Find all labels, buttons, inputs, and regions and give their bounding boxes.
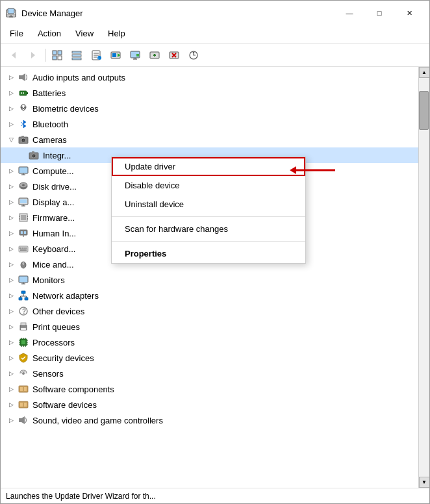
update-driver-toolbar-button[interactable] <box>107 47 125 64</box>
monitors-label: Monitors <box>32 275 65 285</box>
software-devices-icon <box>18 399 29 410</box>
properties-button[interactable]: i <box>87 47 105 64</box>
svg-rect-68 <box>21 231 23 234</box>
expand-software-devices[interactable]: ▷ <box>6 399 16 410</box>
svg-rect-69 <box>24 231 26 234</box>
scan-button[interactable] <box>184 47 203 64</box>
tree-item-print[interactable]: ▷ Print queues <box>1 319 418 334</box>
display-label: Display a... <box>32 197 74 207</box>
scrollbar[interactable]: ▲ ▼ <box>418 67 429 488</box>
tree-item-audio[interactable]: ▷ Audio inputs and outputs <box>1 69 418 85</box>
menu-action[interactable]: Action <box>31 26 68 41</box>
disk-label: Disk drive... <box>32 182 77 192</box>
ctx-update-driver[interactable]: Update driver <box>112 157 305 176</box>
expand-monitors[interactable]: ▷ <box>6 275 16 285</box>
svg-rect-75 <box>25 247 27 249</box>
security-label: Security devices <box>32 353 94 363</box>
print-label: Print queues <box>32 322 80 332</box>
tree-item-batteries[interactable]: ▷ Batteries <box>1 85 418 101</box>
svg-rect-35 <box>19 75 22 79</box>
tree-item-network[interactable]: ▷ Network adapters <box>1 288 418 303</box>
menu-view[interactable]: View <box>69 26 100 41</box>
integral-label: Integr... <box>43 151 71 160</box>
expand-human[interactable]: ▷ <box>6 228 16 238</box>
expand-computer[interactable]: ▷ <box>6 166 16 176</box>
svg-rect-116 <box>19 418 21 422</box>
bluetooth-icon <box>18 118 29 130</box>
menu-file[interactable]: File <box>3 26 30 41</box>
ctx-disable-device[interactable]: Disable device <box>112 176 305 195</box>
svg-marker-26 <box>136 54 139 57</box>
audio-icon <box>18 71 29 83</box>
expand-display[interactable]: ▷ <box>6 197 16 207</box>
tree-item-cameras[interactable]: ▽ Cameras <box>1 132 418 147</box>
expand-print[interactable]: ▷ <box>6 321 16 332</box>
mice-icon <box>18 258 29 270</box>
expand-disk[interactable]: ▷ <box>6 181 16 192</box>
device-manager-window: Device Manager — □ ✕ File Action View He… <box>0 0 430 504</box>
expand-security[interactable]: ▷ <box>6 353 16 363</box>
expand-network[interactable]: ▷ <box>6 290 16 301</box>
monitors-icon <box>18 274 29 286</box>
ctx-properties[interactable]: Properties <box>112 244 305 263</box>
expand-sound[interactable]: ▷ <box>6 415 16 425</box>
cameras-icon <box>18 134 29 145</box>
tree-item-processors[interactable]: ▷ <box>1 334 418 350</box>
expand-audio[interactable]: ▷ <box>6 72 16 82</box>
svg-rect-96 <box>21 340 25 344</box>
tree-item-software-components[interactable]: ▷ Software components <box>1 381 418 397</box>
tree-item-security[interactable]: ▷ Security devices <box>1 350 418 366</box>
expand-biometric[interactable]: ▷ <box>6 103 16 114</box>
svg-rect-11 <box>72 51 81 53</box>
tree-item-bluetooth[interactable]: ▷ Bluetooth <box>1 116 418 132</box>
expand-integral[interactable] <box>16 150 27 160</box>
ctx-uninstall-device[interactable]: Uninstall device <box>112 195 305 214</box>
scroll-up[interactable]: ▲ <box>419 67 430 78</box>
list-button[interactable] <box>68 47 86 64</box>
svg-rect-7 <box>53 51 57 55</box>
tree-item-biometric[interactable]: ▷ Biometric devices <box>1 101 418 116</box>
maximize-button[interactable]: □ <box>364 4 394 22</box>
expand-processors[interactable]: ▷ <box>6 337 16 347</box>
expand-sensors[interactable]: ▷ <box>6 368 16 379</box>
title-bar: Device Manager — □ ✕ <box>1 1 429 24</box>
expand-software-components[interactable]: ▷ <box>6 384 16 394</box>
svg-rect-76 <box>20 249 27 251</box>
ctx-scan-changes[interactable]: Scan for hardware changes <box>112 220 305 238</box>
close-button[interactable]: ✕ <box>394 4 424 22</box>
svg-point-109 <box>22 372 25 375</box>
expand-bluetooth[interactable]: ▷ <box>6 119 16 129</box>
scroll-down[interactable]: ▼ <box>419 477 430 488</box>
software-components-label: Software components <box>32 384 114 394</box>
tree-item-other[interactable]: ▷ ? Other devices <box>1 303 418 319</box>
svg-marker-119 <box>290 166 296 174</box>
expand-batteries[interactable]: ▷ <box>6 88 16 98</box>
app-icon <box>6 8 16 18</box>
tree-item-sound[interactable]: ▷ Sound, video and game controllers <box>1 412 418 428</box>
scroll-thumb[interactable] <box>419 91 429 130</box>
show-hide-button[interactable] <box>48 47 66 64</box>
device-tree[interactable]: ▷ Audio inputs and outputs ▷ <box>1 67 418 488</box>
svg-rect-71 <box>19 246 28 252</box>
tree-item-monitors[interactable]: ▷ Monitors <box>1 272 418 288</box>
svg-marker-117 <box>21 416 25 424</box>
remove-button[interactable] <box>165 47 183 64</box>
expand-other[interactable]: ▷ <box>6 306 16 316</box>
tree-item-sensors[interactable]: ▷ Sensors <box>1 366 418 381</box>
tree-item-software-devices[interactable]: ▷ Software devices <box>1 397 418 412</box>
computer-label: Compute... <box>32 166 74 176</box>
expand-firmware[interactable]: ▷ <box>6 212 16 223</box>
svg-marker-42 <box>21 120 26 128</box>
add-button[interactable] <box>145 47 164 64</box>
monitor-button[interactable] <box>126 47 144 64</box>
menu-help[interactable]: Help <box>101 26 132 41</box>
processors-label: Processors <box>32 338 75 347</box>
expand-keyboard[interactable]: ▷ <box>6 244 16 254</box>
back-button[interactable] <box>5 47 23 64</box>
svg-rect-94 <box>21 328 26 330</box>
expand-cameras[interactable]: ▽ <box>6 134 16 145</box>
minimize-button[interactable]: — <box>335 4 364 22</box>
window-title: Device Manager <box>21 8 335 18</box>
forward-button[interactable] <box>24 47 42 64</box>
expand-mice[interactable]: ▷ <box>6 259 16 270</box>
